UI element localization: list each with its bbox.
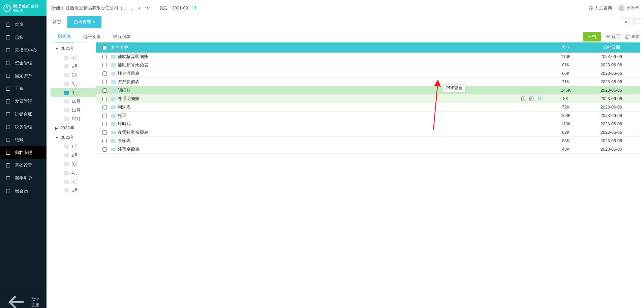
sidebar-item-9[interactable]: 结账 <box>0 133 47 146</box>
row-checkbox[interactable] <box>102 147 107 152</box>
row-checkbox[interactable] <box>102 139 107 143</box>
folder-icon <box>111 105 116 109</box>
table-row[interactable]: 辅助核算明细账116K2023-06-06 <box>96 53 640 61</box>
tree-month-0-0[interactable]: 5月 <box>51 53 96 62</box>
select-all-checkbox[interactable] <box>102 45 107 50</box>
svg-point-14 <box>147 7 148 9</box>
file-name: 利润表 <box>118 104 131 110</box>
sidebar-item-8[interactable]: 税务管理 <box>0 121 47 133</box>
sidebar-item-11[interactable]: 基础设置 <box>0 159 47 172</box>
col-header-size[interactable]: 大小 <box>546 44 586 51</box>
row-checkbox[interactable] <box>102 114 107 118</box>
table-row[interactable]: 外币明细账5K2023-06-06 <box>96 95 640 103</box>
page-tab-0[interactable]: 首页 <box>47 16 67 28</box>
page-tab-1[interactable]: 归档管理× <box>67 16 101 28</box>
excel-export-icon[interactable] <box>521 96 526 101</box>
folder-icon <box>64 91 69 95</box>
tree-month-0-2[interactable]: 7月 <box>51 71 96 80</box>
support-link[interactable]: 人工咨询 <box>588 5 612 11</box>
period-value[interactable]: 2021-09 <box>172 5 188 10</box>
tree-month-2-1[interactable]: 2月 <box>51 151 96 160</box>
calendar-icon[interactable] <box>191 5 196 11</box>
company-settings-icon[interactable] <box>145 6 150 10</box>
folder-icon <box>111 114 116 118</box>
refresh-link[interactable]: 刷新 <box>625 34 640 40</box>
period-label: 账期 <box>160 5 168 11</box>
tree-month-0-7[interactable]: 12月 <box>51 115 96 123</box>
sidebar-item-1[interactable]: 总账 <box>0 31 47 44</box>
sidebar-item-3[interactable]: 资金管理 <box>0 57 47 69</box>
sidebar-item-13[interactable]: 畅会员 <box>0 185 47 197</box>
archive-button[interactable]: 归档 <box>583 32 601 41</box>
sidebar-item-12[interactable]: 新手引导 <box>0 172 47 185</box>
col-header-name[interactable]: 文件名称 <box>110 44 546 51</box>
sidebar-item-label: 结账 <box>15 137 24 143</box>
row-checkbox[interactable] <box>102 122 107 126</box>
row-checkbox[interactable] <box>102 55 107 59</box>
row-checkbox[interactable] <box>102 97 107 101</box>
row-checkbox[interactable] <box>102 80 107 84</box>
inner-tab-1[interactable]: 电子发票 <box>81 31 103 42</box>
inner-tab-0[interactable]: 财务账 <box>55 31 74 42</box>
row-checkbox[interactable] <box>102 71 107 76</box>
tree-month-0-1[interactable]: 6月 <box>51 62 96 71</box>
sidebar-item-4[interactable]: 固定资产 <box>0 69 47 82</box>
file-name: 辅助核算余额表 <box>118 62 148 68</box>
folder-icon <box>64 99 69 103</box>
svg-rect-2 <box>6 49 10 52</box>
content: 财务账电子发票银行回单 归档 设置 刷新 ▼2021年5月6月7月8月9月10月… <box>47 28 644 308</box>
row-checkbox[interactable] <box>102 63 107 67</box>
fullscreen-button[interactable]: ⛶ <box>633 18 641 26</box>
pdf-export-icon[interactable] <box>529 96 534 101</box>
table-row[interactable]: 存货数量余额表62K2023-06-06 <box>96 128 640 137</box>
col-header-date[interactable]: 归档日期 <box>586 44 637 51</box>
table-row[interactable]: 辅助核算余额表81K2023-06-06 <box>96 61 640 69</box>
svg-rect-0 <box>6 23 10 27</box>
sidebar-item-2[interactable]: 云报表中心 <box>0 44 47 57</box>
table-row[interactable]: 外币余额表48K2023-06-06 <box>96 145 640 154</box>
tree-year-2[interactable]: ▼2023年 <box>51 133 96 142</box>
sidebar-item-5[interactable]: 工资 <box>0 82 47 95</box>
inner-tab-2[interactable]: 银行回单 <box>110 31 133 42</box>
company-dropdown-icon[interactable]: ⌄ <box>130 5 134 11</box>
tree-month-2-0[interactable]: 1月 <box>51 142 96 151</box>
svg-rect-10 <box>6 151 10 155</box>
tree-month-2-3[interactable]: 4月 <box>51 168 96 177</box>
row-checkbox[interactable] <box>102 105 107 110</box>
tree-month-0-4[interactable]: 9月 <box>51 88 96 97</box>
tree-month-0-5[interactable]: 10月 <box>51 97 96 106</box>
tree-year-1[interactable]: ▶2022年 <box>51 123 96 133</box>
table-row[interactable]: 明细账246K2023-06-06 <box>96 86 640 95</box>
table-row[interactable]: 凭证163K2023-06-06 <box>96 112 640 120</box>
row-checkbox[interactable] <box>102 130 107 135</box>
settings-link[interactable]: 设置 <box>606 34 620 40</box>
sidebar-item-label: 畅会员 <box>15 188 28 194</box>
table-row[interactable]: 利润表72K2023-06-06 <box>96 103 640 112</box>
tab-close-icon[interactable]: × <box>93 20 95 25</box>
company-selector-label[interactable]: (勿删）江西服宝精品有限责任公司（... <box>51 5 126 11</box>
tree-month-2-2[interactable]: 3月 <box>51 160 96 168</box>
sidebar-item-0[interactable]: 首页 <box>0 18 47 31</box>
sidebar-unpin[interactable]: 取消固定 <box>0 296 47 308</box>
table-row[interactable]: 余额表83K2023-06-06 <box>96 137 640 145</box>
page-tabs: 首页归档管理× ✕ ⛶ <box>47 16 644 28</box>
sidebar-item-7[interactable]: 进销台账 <box>0 108 47 121</box>
table-row[interactable]: 现金流量表66K2023-06-06 <box>96 69 640 78</box>
table-header: 文件名称 大小 归档日期 <box>96 42 640 53</box>
add-company-icon[interactable] <box>137 6 142 10</box>
tree-year-0[interactable]: ▼2021年 <box>51 44 96 53</box>
table-row[interactable]: 序时账113K2023-06-06 <box>96 120 640 128</box>
svg-point-17 <box>607 36 609 37</box>
close-tab-button[interactable]: ✕ <box>622 18 630 26</box>
tree-month-2-5[interactable]: 6月 <box>51 186 96 195</box>
user-menu[interactable]: 徐泽华 <box>618 5 639 11</box>
row-checkbox[interactable] <box>102 88 107 93</box>
pdf-view-icon[interactable] <box>537 96 542 101</box>
sidebar-item-10[interactable]: 归档管理 <box>0 146 47 159</box>
tree-month-2-4[interactable]: 5月 <box>51 177 96 186</box>
svg-rect-15 <box>192 6 196 9</box>
tree-month-0-3[interactable]: 8月 <box>51 80 96 88</box>
table-row[interactable]: 资产负债表71K2023-06-06 <box>96 78 640 86</box>
tree-month-0-6[interactable]: 11月 <box>51 106 96 115</box>
sidebar-item-6[interactable]: 发票管理 <box>0 95 47 108</box>
